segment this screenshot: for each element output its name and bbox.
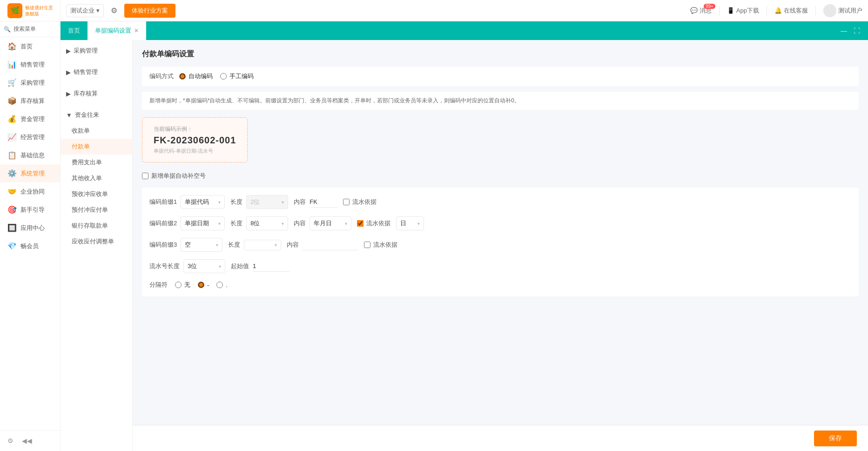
sec-item-prepay-receive[interactable]: 预收冲应收单 xyxy=(61,186,132,202)
sidebar-item-operations[interactable]: 📈 经营管理 xyxy=(0,128,60,146)
encoding-method-label: 编码方式 xyxy=(149,72,174,81)
user-avatar[interactable]: 测试用户 xyxy=(823,4,862,17)
prefix3-select[interactable]: 空 ▾ xyxy=(181,238,222,252)
sep-dot-radio[interactable] xyxy=(216,282,223,288)
content1-input[interactable] xyxy=(310,196,337,208)
sidebar-logo: 🌿 畅捷通好生意 旗舰版 xyxy=(0,0,60,21)
config-row-1: 编码前缀1 单据代码 ▾ 长度 2位 ▾ 内容 流水依据 xyxy=(149,195,851,209)
sep-dot-option[interactable]: . xyxy=(216,282,228,289)
start-value-input[interactable]: 1 xyxy=(253,261,290,272)
serial1-checkbox-item[interactable]: 流水依据 xyxy=(343,198,377,206)
length2-label: 长度 xyxy=(230,219,242,228)
sidebar-item-system[interactable]: ⚙️ 系统管理 xyxy=(0,164,60,182)
length2-select[interactable]: 8位 ▾ xyxy=(246,216,288,230)
prefix2-label: 编码前缀2 xyxy=(149,219,177,228)
serial1-checkbox[interactable] xyxy=(343,199,350,205)
sidebar-search[interactable]: 🔍 搜索菜单 xyxy=(0,21,60,37)
sec-item-income[interactable]: 其他收入单 xyxy=(61,170,132,186)
auto-encode-radio[interactable] xyxy=(179,73,186,80)
save-button[interactable]: 保存 xyxy=(814,431,857,446)
sep-none-radio[interactable] xyxy=(175,282,182,288)
serial-row: 流水号长度 3位 ▾ 起始值 1 xyxy=(149,259,851,273)
config-row-2: 编码前缀2 单据日期 ▾ 长度 8位 ▾ 内容 年月日 ▾ xyxy=(149,216,851,230)
sidebar-logo-icon: 🌿 xyxy=(7,3,22,18)
chevron-down-icon3: ▾ xyxy=(218,200,221,205)
trial-button[interactable]: 体验行业方案 xyxy=(124,4,175,18)
sep-dash-option[interactable]: - xyxy=(198,282,209,289)
cooperation-icon: 🤝 xyxy=(7,187,17,196)
message-button[interactable]: 💬 消息 99+ xyxy=(690,7,712,15)
company-selector[interactable]: 测试企业 ▾ xyxy=(66,4,104,17)
prefix3-label: 编码前缀3 xyxy=(149,241,177,249)
sec-item-prepay-pay[interactable]: 预付冲应付单 xyxy=(61,202,132,218)
sidebar-item-inventory[interactable]: 📦 库存核算 xyxy=(0,92,60,110)
sec-group-inventory-header[interactable]: ▶ 库存核算 xyxy=(61,86,132,101)
sidebar-item-finance[interactable]: 💰 资金管理 xyxy=(0,110,60,128)
sec-group-sales-header[interactable]: ▶ 销售管理 xyxy=(61,64,132,80)
content1-label: 内容 xyxy=(294,198,306,206)
start-value-label: 起始值 xyxy=(231,262,249,270)
app-download-button[interactable]: 📱 App下载 xyxy=(727,7,759,15)
sec-group-purchase-header[interactable]: ▶ 采购管理 xyxy=(61,43,132,59)
sidebar-item-guide[interactable]: 🎯 新手引导 xyxy=(0,201,60,219)
guide-icon: 🎯 xyxy=(7,205,17,214)
serial2-unit-select[interactable]: 日 ▾ xyxy=(396,216,424,230)
sec-item-receipt[interactable]: 收款单 xyxy=(61,123,132,139)
encoding-radio-group: 自动编码 手工编码 xyxy=(179,72,254,81)
tab-home[interactable]: 首页 xyxy=(61,21,87,40)
sec-item-expense[interactable]: 费用支出单 xyxy=(61,155,132,170)
sec-group-capital-header[interactable]: ▼ 资金往来 xyxy=(61,107,132,123)
serial3-checkbox[interactable] xyxy=(364,242,370,248)
sec-item-bank-deposit[interactable]: 银行存取款单 xyxy=(61,218,132,234)
manual-encode-option[interactable]: 手工编码 xyxy=(220,72,254,81)
collapse-icon[interactable]: ◀◀ xyxy=(20,434,34,447)
auto-fill-checkbox[interactable] xyxy=(142,173,148,179)
chevron-right-icon3: ▶ xyxy=(66,90,71,97)
auto-encode-option[interactable]: 自动编码 xyxy=(179,72,213,81)
sidebar-item-basic[interactable]: 📋 基础信息 xyxy=(0,146,60,164)
sidebar-item-member[interactable]: 💎 畅会员 xyxy=(0,237,60,255)
sidebar-item-purchase[interactable]: 🛒 采购管理 xyxy=(0,74,60,92)
bottom-bar: 保存 xyxy=(133,425,868,451)
manual-encode-radio[interactable] xyxy=(220,73,227,80)
settings-bottom-icon[interactable]: ⚙ xyxy=(4,434,17,447)
serial2-checkbox-item[interactable]: 流水依据 xyxy=(357,219,390,228)
chevron-down-icon8: ▾ xyxy=(417,221,420,226)
config-section: 编码前缀1 单据代码 ▾ 长度 2位 ▾ 内容 流水依据 xyxy=(142,188,859,296)
sep-none-option[interactable]: 无 xyxy=(175,281,190,289)
tab-serial-setting[interactable]: 单据编码设置 ✕ xyxy=(87,21,146,40)
minimize-icon[interactable]: — xyxy=(838,25,849,36)
auto-fill-label: 新增单据自动补空号 xyxy=(151,172,206,180)
divider3 xyxy=(815,6,816,15)
tab-close-icon[interactable]: ✕ xyxy=(134,27,139,34)
content2-select[interactable]: 年月日 ▾ xyxy=(310,216,351,230)
settings-icon[interactable]: ⚙ xyxy=(108,4,121,17)
sidebar-item-apps[interactable]: 🔲 应用中心 xyxy=(0,219,60,237)
sec-item-payable-adjust[interactable]: 应收应付调整单 xyxy=(61,234,132,249)
sec-item-payment[interactable]: 付款单 xyxy=(61,139,132,155)
online-service-button[interactable]: 🔔 在线客服 xyxy=(774,7,808,15)
length1-field: 长度 2位 ▾ xyxy=(230,195,288,209)
serial-length-select[interactable]: 3位 ▾ xyxy=(183,259,225,273)
sidebar-item-home[interactable]: 🏠 首页 xyxy=(0,37,60,55)
separator-label: 分隔符 xyxy=(149,281,168,289)
home-icon: 🏠 xyxy=(7,42,17,51)
prefix1-select[interactable]: 单据代码 ▾ xyxy=(181,195,225,209)
serial2-checkbox[interactable] xyxy=(357,220,363,227)
sidebar-item-cooperation[interactable]: 🤝 企业协同 xyxy=(0,182,60,201)
inventory-icon: 📦 xyxy=(7,96,17,105)
serial3-checkbox-item[interactable]: 流水依据 xyxy=(364,241,397,249)
sidebar-item-sales[interactable]: 📊 销售管理 xyxy=(0,55,60,74)
sep-dash-radio[interactable] xyxy=(198,282,204,288)
content3-input[interactable] xyxy=(303,239,358,250)
prefix2-select[interactable]: 单据日期 ▾ xyxy=(181,216,225,230)
length3-select[interactable]: ▾ xyxy=(244,240,281,250)
content3-field: 内容 xyxy=(287,239,358,250)
member-icon: 💎 xyxy=(7,242,17,250)
maximize-icon[interactable]: ⛶ xyxy=(851,25,862,36)
serial3-label: 流水依据 xyxy=(373,241,397,249)
chevron-down-icon9: ▾ xyxy=(216,242,218,248)
length1-select: 2位 ▾ xyxy=(246,195,288,209)
finance-icon: 💰 xyxy=(7,114,17,123)
encoding-method-row: 编码方式 自动编码 手工编码 xyxy=(142,67,859,86)
